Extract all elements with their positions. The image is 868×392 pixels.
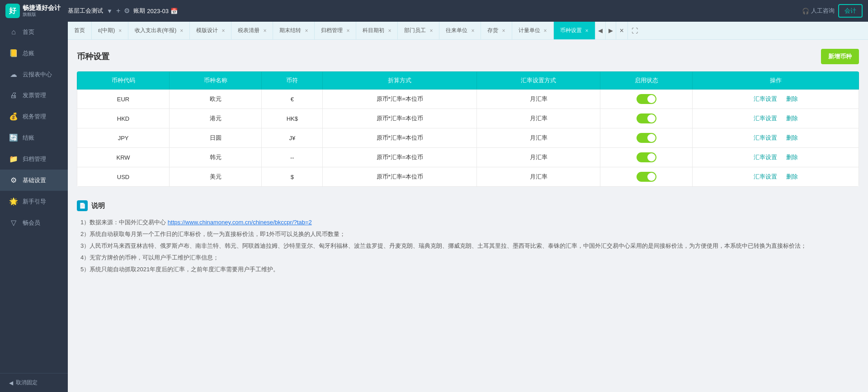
tab-subjects[interactable]: 科目期初 ×: [356, 22, 398, 40]
member-icon: ▽: [9, 218, 18, 227]
toggle-2[interactable]: [637, 133, 656, 143]
new-currency-button[interactable]: 新增币种: [821, 49, 859, 64]
tab-inventory[interactable]: 存货 ×: [481, 22, 512, 40]
tab-template-close[interactable]: ×: [222, 28, 225, 34]
logo-area: 好 畅捷通好会计 旗舰版: [5, 4, 64, 18]
tab-period-end-close[interactable]: ×: [305, 28, 308, 34]
tab-partners-close[interactable]: ×: [471, 28, 474, 34]
tab-period-close[interactable]: ×: [118, 28, 122, 34]
rate-setting-link-0[interactable]: 汇率设置: [754, 95, 777, 102]
sidebar-label-invoice: 发票管理: [23, 91, 46, 99]
tab-home[interactable]: 首页: [68, 22, 92, 40]
add-tab-button[interactable]: +: [116, 7, 120, 15]
cell-rate-type-2: 月汇率: [477, 128, 600, 148]
cell-name-0: 欧元: [170, 90, 262, 109]
cell-name-2: 日圆: [170, 128, 262, 148]
tab-template-label: 模版设计: [196, 27, 218, 34]
app-name: 畅捷通好会计: [23, 4, 61, 12]
delete-link-3[interactable]: 删除: [786, 154, 798, 161]
sidebar-item-tax[interactable]: 💰 税务管理: [0, 106, 68, 127]
sidebar-item-archive[interactable]: 📁 归档管理: [0, 148, 68, 170]
rate-setting-link-1[interactable]: 汇率设置: [754, 115, 777, 122]
headset-icon: 🎧: [802, 8, 809, 14]
col-header-calc: 折算方式: [323, 72, 477, 90]
cell-symbol-3: --: [262, 148, 323, 167]
tab-currency[interactable]: 币种设置 ×: [554, 22, 595, 40]
tab-period-end[interactable]: 期末结转 ×: [273, 22, 315, 40]
tab-income[interactable]: 收入支出表(年报) ×: [128, 22, 190, 40]
delete-link-4[interactable]: 删除: [786, 173, 798, 180]
tab-currency-close[interactable]: ×: [585, 28, 589, 34]
sidebar-item-member[interactable]: ▽ 畅会员: [0, 212, 68, 233]
cell-rate-type-1: 月汇率: [477, 109, 600, 128]
cell-symbol-0: €: [262, 90, 323, 109]
top-right-area: 🎧 人工咨询 会计: [802, 4, 863, 18]
delete-link-2[interactable]: 删除: [786, 134, 798, 141]
delete-link-0[interactable]: 删除: [786, 95, 798, 102]
tab-partners-label: 往来单位: [446, 27, 467, 34]
sidebar-label-settings: 基础设置: [23, 176, 46, 184]
delete-link-1[interactable]: 删除: [786, 115, 798, 122]
customer-service-button[interactable]: 🎧 人工咨询: [802, 7, 835, 15]
toggle-1[interactable]: [637, 113, 656, 123]
note-item-3: 3）人民币对马来西亚林吉特、俄罗斯卢布、南非兰特、韩元、阿联酋迪拉姆、沙特里亚尔…: [80, 240, 859, 252]
col-header-name: 币种名称: [170, 72, 262, 90]
table-row: JPY 日圆 J¥ 原币*汇率=本位币 月汇率 汇率设置 删除: [77, 128, 859, 148]
rate-setting-link-3[interactable]: 汇率设置: [754, 154, 777, 161]
tab-partners[interactable]: 往来单位 ×: [439, 22, 481, 40]
sidebar-item-ledger[interactable]: 📒 总账: [0, 43, 68, 64]
tab-income-close[interactable]: ×: [180, 28, 183, 34]
tab-maximize-button[interactable]: ⛶: [628, 22, 642, 40]
cell-code-2: JPY: [77, 128, 170, 148]
tab-tax-close[interactable]: ×: [263, 28, 266, 34]
cell-rate-type-4: 月汇率: [477, 167, 600, 187]
account-button[interactable]: 会计: [838, 4, 863, 18]
cell-status-0: [600, 90, 693, 109]
workspace-name: 基层工会测试: [68, 7, 103, 15]
cell-calc-2: 原币*汇率=本位币: [323, 128, 477, 148]
chinamoney-link[interactable]: https://www.chinamoney.com.cn/chinese/bk…: [168, 219, 312, 226]
sidebar-label-archive: 归档管理: [23, 155, 46, 163]
sidebar-item-settings[interactable]: ⚙ 基础设置: [0, 170, 68, 191]
rate-setting-link-4[interactable]: 汇率设置: [754, 173, 777, 180]
sidebar-item-settlement[interactable]: 🔄 结账: [0, 127, 68, 148]
cell-calc-1: 原币*汇率=本位币: [323, 109, 477, 128]
tab-department-close[interactable]: ×: [429, 28, 433, 34]
table-row: USD 美元 $ 原币*汇率=本位币 月汇率 汇率设置 删除: [77, 167, 859, 187]
col-header-actions: 操作: [693, 72, 859, 90]
toggle-4[interactable]: [637, 172, 656, 182]
tab-close-all-button[interactable]: ×: [616, 22, 628, 40]
sidebar-item-home[interactable]: ⌂ 首页: [0, 22, 68, 43]
rate-setting-link-2[interactable]: 汇率设置: [754, 134, 777, 141]
period-info: 账期 2023-03 📅: [133, 7, 178, 15]
tab-period[interactable]: ε(中期) ×: [92, 22, 128, 40]
cell-actions-0: 汇率设置 删除: [693, 90, 859, 109]
cloud-icon: ☁: [9, 70, 18, 79]
sidebar-item-guide[interactable]: 🌟 新手引导: [0, 191, 68, 212]
toggle-3[interactable]: [637, 152, 656, 162]
notes-section: 📄 说明 1）数据来源：中国外汇交易中心 https://www.chinamo…: [77, 200, 859, 275]
settings-icon[interactable]: ⚙: [124, 7, 130, 15]
tab-archive[interactable]: 归档管理 ×: [315, 22, 356, 40]
tab-template[interactable]: 模版设计 ×: [190, 22, 231, 40]
tab-period-end-label: 期末结转: [279, 27, 301, 34]
tab-units-close[interactable]: ×: [544, 28, 547, 34]
tab-archive-close[interactable]: ×: [346, 28, 349, 34]
table-row: KRW 韩元 -- 原币*汇率=本位币 月汇率 汇率设置 删除: [77, 148, 859, 167]
tab-department[interactable]: 部门员工 ×: [398, 22, 439, 40]
tab-subjects-close[interactable]: ×: [388, 28, 391, 34]
sidebar-item-invoice[interactable]: 🖨 发票管理: [0, 85, 68, 106]
tab-prev-button[interactable]: ◀: [595, 22, 606, 40]
calendar-icon[interactable]: 📅: [170, 8, 178, 14]
cell-status-3: [600, 148, 693, 167]
pin-toggle-button[interactable]: ◀ 取消固定: [0, 373, 68, 392]
tab-units[interactable]: 计量单位 ×: [512, 22, 554, 40]
sidebar-item-reports[interactable]: ☁ 云报表中心: [0, 64, 68, 85]
tab-tax[interactable]: 税表清册 ×: [231, 22, 273, 40]
tab-next-button[interactable]: ▶: [606, 22, 616, 40]
cell-calc-3: 原币*汇率=本位币: [323, 148, 477, 167]
workspace-dropdown-icon[interactable]: ▼: [107, 8, 113, 14]
toggle-0[interactable]: [637, 94, 656, 104]
tab-archive-label: 归档管理: [321, 27, 343, 34]
tab-inventory-close[interactable]: ×: [502, 28, 505, 34]
